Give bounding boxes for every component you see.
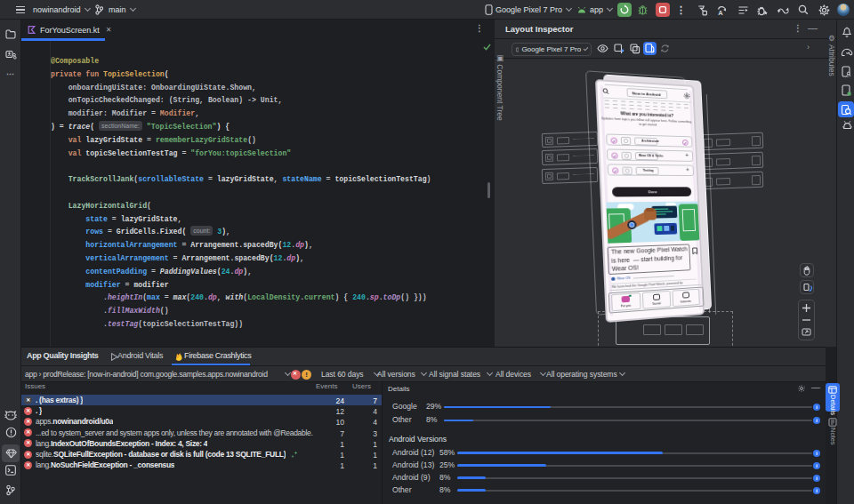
svg-text:A: A <box>718 9 723 16</box>
